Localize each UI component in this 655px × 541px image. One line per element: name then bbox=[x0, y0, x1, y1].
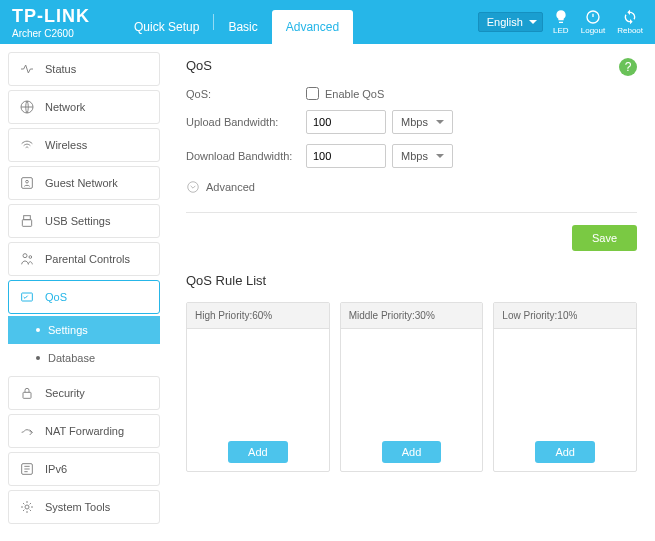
rule-body-high bbox=[187, 329, 329, 433]
enable-qos-label: Enable QoS bbox=[325, 88, 384, 100]
rule-col-low: Low Priority:10% Add bbox=[493, 302, 637, 472]
brand: TP-LINK Archer C2600 bbox=[12, 6, 90, 39]
sidebar-item-usb[interactable]: USB Settings bbox=[8, 204, 160, 238]
sidebar-item-status[interactable]: Status bbox=[8, 52, 160, 86]
sidebar: Status Network Wireless Guest Network US… bbox=[0, 44, 168, 536]
sidebar-item-ipv6[interactable]: IPv6 bbox=[8, 452, 160, 486]
network-icon bbox=[19, 99, 35, 115]
nat-icon bbox=[19, 423, 35, 439]
qos-submenu: Settings Database bbox=[8, 316, 160, 372]
rule-header-mid: Middle Priority:30% bbox=[341, 303, 483, 329]
add-mid-button[interactable]: Add bbox=[382, 441, 442, 463]
row-download: Download Bandwidth: Mbps bbox=[186, 144, 637, 168]
sidebar-item-qos[interactable]: QoS bbox=[8, 280, 160, 314]
guest-icon bbox=[19, 175, 35, 191]
advanced-toggle[interactable]: Advanced bbox=[186, 180, 637, 194]
sidebar-subitem-settings[interactable]: Settings bbox=[8, 316, 160, 344]
svg-point-11 bbox=[25, 505, 29, 509]
reboot-icon bbox=[622, 9, 638, 25]
sidebar-item-nat[interactable]: NAT Forwarding bbox=[8, 414, 160, 448]
logout-button[interactable]: Logout bbox=[581, 9, 605, 35]
nav-tabs: Quick Setup Basic Advanced bbox=[120, 0, 353, 44]
svg-rect-5 bbox=[22, 220, 31, 227]
sidebar-item-security[interactable]: Security bbox=[8, 376, 160, 410]
bullet-icon bbox=[36, 356, 40, 360]
ipv6-icon bbox=[19, 461, 35, 477]
language-select[interactable]: English bbox=[478, 12, 543, 32]
save-button[interactable]: Save bbox=[572, 225, 637, 251]
enable-qos-checkbox[interactable] bbox=[306, 87, 319, 100]
sidebar-item-network[interactable]: Network bbox=[8, 90, 160, 124]
upload-label: Upload Bandwidth: bbox=[186, 116, 306, 128]
enable-qos-wrap[interactable]: Enable QoS bbox=[306, 87, 384, 100]
qos-label: QoS: bbox=[186, 88, 306, 100]
row-upload: Upload Bandwidth: Mbps bbox=[186, 110, 637, 134]
svg-point-7 bbox=[29, 256, 32, 259]
svg-rect-9 bbox=[23, 392, 31, 398]
download-unit-select[interactable]: Mbps bbox=[392, 144, 453, 168]
parental-icon bbox=[19, 251, 35, 267]
page-title: QoS bbox=[186, 58, 637, 73]
help-button[interactable]: ? bbox=[619, 58, 637, 76]
rule-body-low bbox=[494, 329, 636, 433]
wireless-icon bbox=[19, 137, 35, 153]
divider bbox=[186, 212, 637, 213]
download-input[interactable] bbox=[306, 144, 386, 168]
sidebar-item-tools[interactable]: System Tools bbox=[8, 490, 160, 524]
header-actions: LED Logout Reboot bbox=[553, 9, 643, 35]
language-selector[interactable]: English bbox=[478, 12, 543, 32]
svg-point-12 bbox=[188, 182, 199, 193]
tab-basic[interactable]: Basic bbox=[214, 10, 271, 44]
upload-input[interactable] bbox=[306, 110, 386, 134]
sidebar-item-wireless[interactable]: Wireless bbox=[8, 128, 160, 162]
led-button[interactable]: LED bbox=[553, 9, 569, 35]
brand-name: TP-LINK bbox=[12, 6, 90, 27]
security-icon bbox=[19, 385, 35, 401]
tab-quick-setup[interactable]: Quick Setup bbox=[120, 10, 213, 44]
status-icon bbox=[19, 61, 35, 77]
bullet-icon bbox=[36, 328, 40, 332]
rule-header-high: High Priority:60% bbox=[187, 303, 329, 329]
svg-point-6 bbox=[23, 254, 27, 258]
svg-point-3 bbox=[26, 180, 29, 183]
tab-advanced[interactable]: Advanced bbox=[272, 10, 353, 44]
svg-rect-4 bbox=[24, 216, 31, 220]
chevron-down-icon bbox=[186, 180, 200, 194]
rule-header-low: Low Priority:10% bbox=[494, 303, 636, 329]
content: ? QoS QoS: Enable QoS Upload Bandwidth: … bbox=[168, 44, 655, 536]
usb-icon bbox=[19, 213, 35, 229]
led-icon bbox=[553, 9, 569, 25]
rule-body-mid bbox=[341, 329, 483, 433]
sidebar-item-parental[interactable]: Parental Controls bbox=[8, 242, 160, 276]
brand-model: Archer C2600 bbox=[12, 28, 90, 39]
rule-list-title: QoS Rule List bbox=[186, 273, 637, 288]
logout-icon bbox=[585, 9, 601, 25]
add-low-button[interactable]: Add bbox=[535, 441, 595, 463]
save-bar: Save bbox=[186, 225, 637, 251]
reboot-button[interactable]: Reboot bbox=[617, 9, 643, 35]
rule-col-mid: Middle Priority:30% Add bbox=[340, 302, 484, 472]
row-qos-enable: QoS: Enable QoS bbox=[186, 87, 637, 100]
upload-unit-select[interactable]: Mbps bbox=[392, 110, 453, 134]
sidebar-item-guest[interactable]: Guest Network bbox=[8, 166, 160, 200]
sidebar-subitem-database[interactable]: Database bbox=[8, 344, 160, 372]
rule-col-high: High Priority:60% Add bbox=[186, 302, 330, 472]
download-label: Download Bandwidth: bbox=[186, 150, 306, 162]
qos-icon bbox=[19, 289, 35, 305]
header: TP-LINK Archer C2600 Quick Setup Basic A… bbox=[0, 0, 655, 44]
tools-icon bbox=[19, 499, 35, 515]
rule-grid: High Priority:60% Add Middle Priority:30… bbox=[186, 302, 637, 472]
add-high-button[interactable]: Add bbox=[228, 441, 288, 463]
